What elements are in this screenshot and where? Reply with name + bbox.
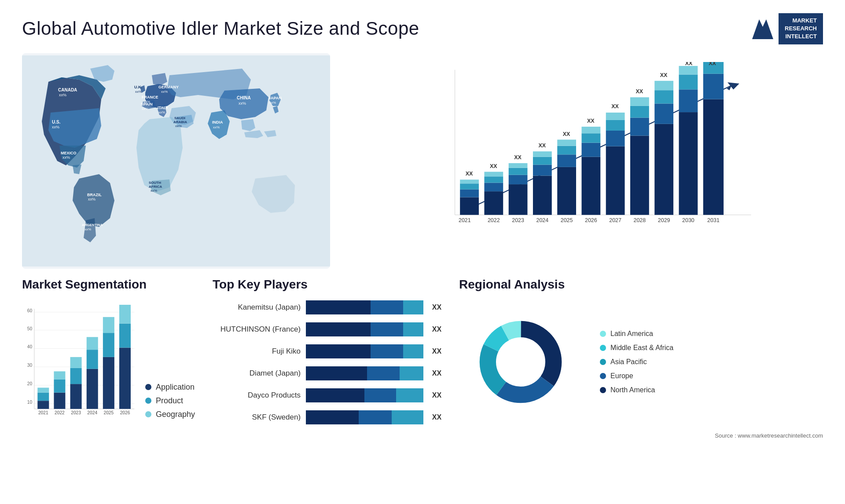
regional-analysis-panel: Regional Analysis xyxy=(459,278,823,504)
svg-text:20: 20 xyxy=(27,381,33,386)
svg-rect-59 xyxy=(557,146,576,154)
bar-value: XX xyxy=(432,325,441,333)
svg-rect-68 xyxy=(606,131,625,146)
svg-text:ARABIA: ARABIA xyxy=(173,120,187,124)
svg-rect-122 xyxy=(54,392,65,409)
svg-rect-127 xyxy=(70,357,82,368)
svg-text:BRAZIL: BRAZIL xyxy=(87,193,102,197)
svg-rect-132 xyxy=(103,333,114,357)
svg-rect-136 xyxy=(119,305,131,324)
key-players-title: Top Key Players xyxy=(213,278,441,292)
svg-text:xx%: xx% xyxy=(59,93,66,97)
player-row-diamet: Diamet (Japan) XX xyxy=(213,366,441,380)
svg-text:60: 60 xyxy=(27,308,33,313)
svg-text:xx%: xx% xyxy=(213,125,220,129)
bar-seg3 xyxy=(403,344,423,358)
svg-text:XX: XX xyxy=(538,142,546,149)
legend-asia-pacific: Asia Pacific xyxy=(600,358,673,366)
bar-seg2 xyxy=(367,366,400,380)
player-name: Diamet (Japan) xyxy=(213,369,301,378)
bar-value: XX xyxy=(432,391,441,399)
svg-marker-0 xyxy=(752,19,773,39)
bar-seg3 xyxy=(392,410,423,424)
svg-rect-128 xyxy=(87,369,98,409)
player-bar xyxy=(306,300,423,314)
player-bar xyxy=(306,322,423,336)
svg-rect-54 xyxy=(533,157,552,164)
svg-text:XX: XX xyxy=(660,72,668,78)
svg-rect-58 xyxy=(557,154,576,167)
svg-rect-75 xyxy=(630,97,649,106)
player-row-fujikiko: Fuji Kiko XX xyxy=(213,344,441,358)
bar-seg1 xyxy=(306,322,371,336)
svg-text:2030: 2030 xyxy=(682,217,694,223)
svg-text:XX: XX xyxy=(611,103,619,110)
svg-text:XX: XX xyxy=(685,62,693,66)
svg-text:2022: 2022 xyxy=(488,217,500,223)
svg-rect-124 xyxy=(54,371,65,380)
svg-rect-44 xyxy=(484,176,503,183)
svg-rect-64 xyxy=(581,133,600,142)
middle-east-label: Middle East & Africa xyxy=(610,344,673,352)
svg-rect-78 xyxy=(654,103,673,124)
svg-text:ITALY: ITALY xyxy=(158,106,169,110)
svg-point-148 xyxy=(498,339,544,384)
svg-text:XX: XX xyxy=(490,163,497,169)
player-row-kanemitsu: Kanemitsu (Japan) XX xyxy=(213,300,441,314)
svg-rect-85 xyxy=(679,66,698,74)
svg-rect-45 xyxy=(484,172,503,176)
svg-text:xx%: xx% xyxy=(62,155,70,160)
svg-rect-39 xyxy=(460,183,479,189)
svg-rect-121 xyxy=(37,387,49,392)
map-svg: CANADA xx% U.S. xx% MEXICO xx% BRAZIL xx… xyxy=(22,53,330,269)
svg-rect-47 xyxy=(509,184,528,215)
svg-text:30: 30 xyxy=(27,363,33,368)
geography-dot xyxy=(145,411,151,417)
player-row-dayco: Dayco Products XX xyxy=(213,388,441,402)
svg-text:xx%: xx% xyxy=(239,101,246,106)
bar-value: XX xyxy=(432,413,441,421)
svg-rect-125 xyxy=(70,384,82,409)
svg-rect-40 xyxy=(460,179,479,183)
segmentation-chart: 60 50 40 30 20 10 xyxy=(22,300,136,424)
bar-seg2 xyxy=(371,322,404,336)
svg-rect-130 xyxy=(87,337,98,350)
svg-rect-63 xyxy=(581,142,600,157)
bar-seg2 xyxy=(371,344,404,358)
svg-rect-79 xyxy=(654,90,673,103)
application-label: Application xyxy=(156,383,195,392)
svg-rect-126 xyxy=(70,368,82,383)
logo-m-icon xyxy=(751,17,774,40)
svg-text:10: 10 xyxy=(27,399,33,404)
latin-america-label: Latin America xyxy=(610,330,653,338)
bar-seg3 xyxy=(400,366,423,380)
legend-latin-america: Latin America xyxy=(600,330,673,338)
player-row-skf: SKF (Sweden) XX xyxy=(213,410,441,424)
player-name: HUTCHINSON (France) xyxy=(213,325,301,334)
player-bar xyxy=(306,344,423,358)
player-name: Kanemitsu (Japan) xyxy=(213,303,301,312)
svg-text:CHINA: CHINA xyxy=(237,95,251,100)
svg-text:FRANCE: FRANCE xyxy=(142,95,158,99)
top-section: CANADA xx% U.S. xx% MEXICO xx% BRAZIL xx… xyxy=(0,49,845,278)
player-name: Fuji Kiko xyxy=(213,347,301,356)
svg-text:INDIA: INDIA xyxy=(212,120,223,124)
svg-text:2026: 2026 xyxy=(120,410,130,415)
header: Global Automotive Idler Market Size and … xyxy=(0,0,845,49)
svg-text:2025: 2025 xyxy=(104,410,114,415)
svg-text:xx%: xx% xyxy=(269,101,276,105)
market-segmentation-panel: Market Segmentation 60 50 40 30 20 10 xyxy=(22,278,195,504)
svg-rect-48 xyxy=(509,175,528,184)
svg-rect-135 xyxy=(119,323,131,347)
svg-text:xx%: xx% xyxy=(135,90,142,94)
svg-rect-82 xyxy=(679,112,698,215)
svg-text:AFRICA: AFRICA xyxy=(149,185,162,189)
player-row-hutchinson: HUTCHINSON (France) XX xyxy=(213,322,441,336)
svg-text:2023: 2023 xyxy=(71,410,81,415)
asia-pacific-dot xyxy=(600,359,606,365)
svg-text:2021: 2021 xyxy=(38,410,48,415)
bar-seg1 xyxy=(306,344,371,358)
svg-rect-73 xyxy=(630,117,649,135)
svg-rect-60 xyxy=(557,139,576,146)
svg-text:xx%: xx% xyxy=(84,227,91,231)
